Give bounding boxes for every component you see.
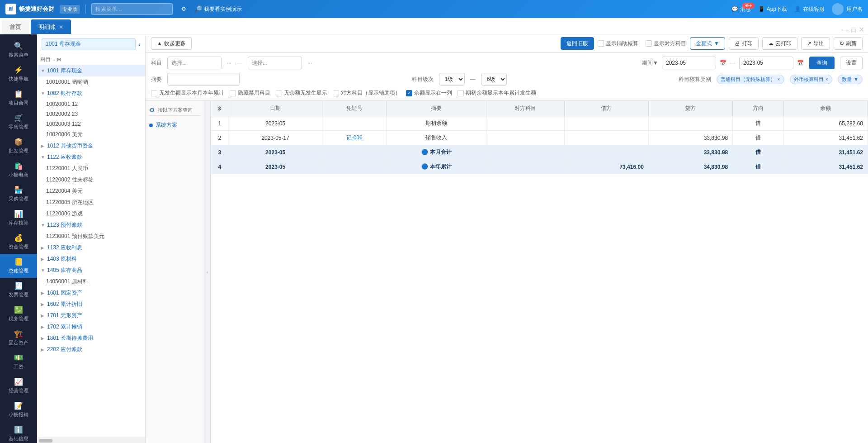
account-item-1001[interactable]: ▼ 1001 库存现金 xyxy=(37,65,145,76)
demo-link[interactable]: 🔎 我要看实例演示 xyxy=(194,5,242,13)
sidebar-item-operations[interactable]: 📈 经营管理 xyxy=(0,374,37,398)
th-settings[interactable]: ⚙ xyxy=(211,101,229,116)
account-item-1701[interactable]: ▶ 1701 无形资产 xyxy=(37,310,145,321)
level-from-select[interactable]: 1级 2级 xyxy=(439,73,465,86)
account-item-1122[interactable]: ▼ 1122 应收账款 xyxy=(37,152,145,163)
horizontal-scrollbar[interactable] xyxy=(37,438,145,443)
account-item-1012[interactable]: ▶ 1012 其他货币资金 xyxy=(37,140,145,152)
table-settings-icon[interactable]: ⚙ xyxy=(217,105,222,112)
sidebar-item-assets[interactable]: 🏗️ 固定资产 xyxy=(0,326,37,350)
export-btn[interactable]: ↗ 导出 xyxy=(801,37,830,50)
period-to-input[interactable] xyxy=(739,57,793,69)
account-item-10020002[interactable]: 10020002 23 xyxy=(37,109,145,119)
toggle-more-btn[interactable]: ▲ 收起更多 xyxy=(151,37,192,50)
search-input[interactable] xyxy=(91,3,173,15)
sidebar-item-search[interactable]: 🔍 搜索菜单 xyxy=(0,38,37,62)
cb-opening-balance[interactable]: 期初余额显示本年累计发生额 xyxy=(458,89,536,97)
account-item-11220001[interactable]: 11220001 人民币 xyxy=(37,163,145,174)
voucher-link[interactable]: 记-006 xyxy=(346,134,363,141)
sidebar-item-retail[interactable]: 🛒 零售管理 xyxy=(0,110,37,134)
view-format-btn[interactable]: 金额式 ▼ xyxy=(690,37,725,50)
account-item-11220006[interactable]: 11220006 游戏 xyxy=(37,208,145,219)
sidebar-item-purchase[interactable]: 🏪 采购管理 xyxy=(0,182,37,206)
account-item-10020006[interactable]: 10020006 美元 xyxy=(37,129,145,140)
cb-no-balance-show[interactable]: 无余额无发生显示 xyxy=(276,89,327,97)
tab-home[interactable]: 首页 xyxy=(2,19,29,34)
toolbar-list-icon[interactable]: ≡ xyxy=(52,57,55,62)
settings-icon[interactable]: ⚙ xyxy=(178,4,189,14)
sidebar-item-salary[interactable]: 💵 工资 xyxy=(0,350,37,374)
category-tag-normal[interactable]: 普通科目（无特殊核算） × xyxy=(717,75,784,84)
calendar-to-icon[interactable]: 📅 xyxy=(797,60,804,66)
account-item-11230001[interactable]: 11230001 预付账款美元 xyxy=(37,231,145,242)
calendar-from-icon[interactable]: 📅 xyxy=(720,60,726,66)
refresh-btn[interactable]: ↻ 刷新 xyxy=(834,37,863,50)
account-item-1002[interactable]: ▼ 1002 银行存款 xyxy=(37,88,145,99)
sidebar-item-ledger[interactable]: 📒 总账管理 xyxy=(0,254,37,278)
td-voucher[interactable]: 记-006 xyxy=(322,131,387,145)
back-to-old-btn[interactable]: 返回旧版 xyxy=(561,37,594,50)
sidebar-item-expenses[interactable]: 📝 小畅报销 xyxy=(0,398,37,422)
sidebar-item-inventory[interactable]: 📊 库存核算 xyxy=(0,206,37,230)
sidebar-item-funds[interactable]: 💰 资金管理 xyxy=(0,230,37,254)
sidebar-item-wholesale[interactable]: 📦 批发管理 xyxy=(0,134,37,158)
nav-arrow-btn[interactable]: › xyxy=(138,41,141,48)
print-btn[interactable]: 🖨 打印 xyxy=(729,37,759,50)
current-account-display[interactable]: 1001 库存现金 xyxy=(42,38,136,50)
app-download-action[interactable]: 📱 App下载 xyxy=(758,5,787,13)
account-item-1601[interactable]: ▶ 1601 固定资产 xyxy=(37,287,145,299)
cb-hide-disabled[interactable]: 隐藏禁用科目 xyxy=(230,89,270,97)
user-info[interactable]: 用户名 xyxy=(832,3,863,15)
category-tag-foreign[interactable]: 外币核算科目 × xyxy=(790,75,832,84)
sidebar-item-quicknav[interactable]: ⚡ 快捷导航 xyxy=(0,62,37,86)
account-item-1123[interactable]: ▼ 1123 预付账款 xyxy=(37,219,145,231)
scheme-item[interactable]: 系统方案 xyxy=(149,119,200,131)
account-item-1405[interactable]: ▼ 1405 库存商品 xyxy=(37,265,145,276)
toolbar-expand-icon[interactable]: ⊞ xyxy=(57,57,61,62)
tag-dropdown-icon[interactable]: ▼ xyxy=(854,76,859,82)
tag-remove-icon-2[interactable]: × xyxy=(826,76,828,82)
tag-remove-icon[interactable]: × xyxy=(777,76,780,82)
account-item-11220005[interactable]: 11220005 所在地区 xyxy=(37,197,145,208)
cb-opposite-subject[interactable]: 对方科目（显示辅助项） xyxy=(333,89,401,97)
show-aux-checkbox[interactable]: 显示辅助核算 xyxy=(598,40,638,48)
account-item-1132[interactable]: ▶ 1132 应收利息 xyxy=(37,242,145,253)
subject-input-2[interactable] xyxy=(248,57,302,69)
account-item-14050001[interactable]: 14050001 原材料 xyxy=(37,276,145,287)
collapse-left-btn[interactable]: ‹ xyxy=(204,101,211,443)
account-item-1602[interactable]: ▶ 1602 累计折旧 xyxy=(37,299,145,310)
account-item-10010001[interactable]: 10010001 哟哟哟 xyxy=(37,76,145,88)
account-item-10020001[interactable]: 10020001 12 xyxy=(37,99,145,109)
account-item-10020003[interactable]: 10020003 122 xyxy=(37,119,145,129)
account-item-1702[interactable]: ▶ 1702 累计摊销 xyxy=(37,321,145,333)
message-action[interactable]: 💬 消息 99+ xyxy=(731,5,751,13)
cb-balance-one-col[interactable]: ✓ 余额显示在一列 xyxy=(406,89,452,97)
cb-no-balance[interactable]: 无发生额显示本月本年累计 xyxy=(151,89,224,97)
minimize-icon[interactable]: — xyxy=(841,26,849,34)
sidebar-item-tax[interactable]: 💹 税务管理 xyxy=(0,302,37,326)
summary-input[interactable] xyxy=(167,73,240,86)
sidebar-item-ecommerce[interactable]: 🛍️ 小畅电商 xyxy=(0,158,37,182)
subject-input[interactable] xyxy=(167,57,222,69)
tab-close-icon[interactable]: ✕ xyxy=(59,24,63,30)
account-item-1801[interactable]: ▶ 1801 长期待摊费用 xyxy=(37,333,145,344)
account-item-11220002[interactable]: 11220002 往来标签 xyxy=(37,174,145,186)
sidebar-item-invoice[interactable]: 🧾 发票管理 xyxy=(0,278,37,302)
maximize-icon[interactable]: □ xyxy=(851,26,856,34)
period-from-input[interactable] xyxy=(662,57,716,69)
sidebar-item-basic-info[interactable]: ℹ️ 基础信息 xyxy=(0,422,37,443)
level-to-select[interactable]: 6级 5级 xyxy=(481,73,507,86)
settings-text-btn[interactable]: 设置 xyxy=(840,57,863,69)
query-btn[interactable]: 查询 xyxy=(809,57,835,69)
account-item-1403[interactable]: ▶ 1403 原材料 xyxy=(37,253,145,265)
account-item-2202[interactable]: ▶ 2202 应付账款 xyxy=(37,344,145,355)
close-icon[interactable]: ✕ xyxy=(859,25,864,34)
sidebar-item-projects[interactable]: 📋 项目合同 xyxy=(0,86,37,110)
account-item-11220004[interactable]: 11220004 美元 xyxy=(37,186,145,197)
cloud-print-btn[interactable]: ☁ 云打印 xyxy=(762,37,797,50)
quantity-tag[interactable]: 数量 ▼ xyxy=(838,75,863,84)
account-panel-header: 1001 库存现金 › xyxy=(37,34,145,54)
show-opposite-checkbox[interactable]: 显示对方科目 xyxy=(646,40,686,48)
online-service-action[interactable]: 👤 在线客服 xyxy=(794,5,825,13)
tab-ledger[interactable]: 明细账 ✕ xyxy=(31,19,71,34)
